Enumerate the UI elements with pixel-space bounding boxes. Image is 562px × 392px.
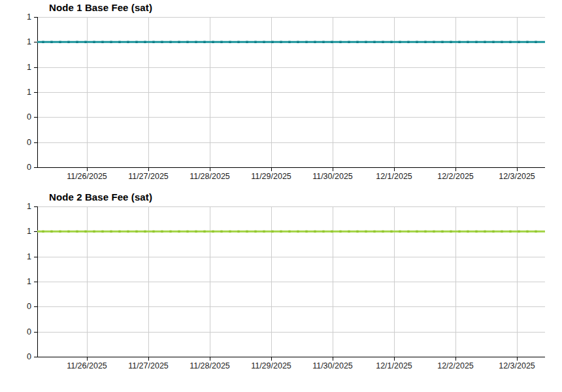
series-marker [458, 41, 460, 43]
series-marker [195, 231, 197, 233]
series-marker [229, 41, 231, 43]
series-marker [416, 41, 418, 43]
series-marker [212, 41, 214, 43]
series-marker [339, 41, 341, 43]
series-marker [161, 41, 163, 43]
series-marker [390, 231, 392, 233]
series-marker [169, 41, 171, 43]
series-marker [305, 231, 307, 233]
series-marker [178, 231, 180, 233]
series-marker [373, 231, 375, 233]
series-marker [254, 41, 256, 43]
series-marker [50, 231, 52, 233]
series-marker [288, 231, 290, 233]
series-marker [314, 231, 316, 233]
series-marker [152, 231, 154, 233]
series-marker [101, 41, 103, 43]
series-marker [59, 231, 61, 233]
series-marker [433, 41, 435, 43]
series-marker [356, 41, 358, 43]
series-marker [424, 41, 426, 43]
series-marker [67, 41, 69, 43]
series-marker [382, 41, 384, 43]
series-marker [263, 41, 265, 43]
axes [34, 17, 545, 172]
x-tick-label: 12/3/2025 [499, 361, 535, 370]
series-marker [458, 231, 460, 233]
series-marker [186, 231, 188, 233]
x-tick-label: 11/27/2025 [128, 172, 169, 181]
series-marker [467, 41, 469, 43]
x-tick-label: 11/28/2025 [190, 361, 230, 370]
y-tick-label: 0 [27, 327, 31, 336]
series-marker [118, 231, 120, 233]
y-tick-label: 0 [27, 302, 31, 311]
series-marker [152, 41, 154, 43]
series-marker [373, 41, 375, 43]
series-marker [42, 231, 44, 233]
series-marker [526, 231, 528, 233]
x-tick-label: 11/26/2025 [67, 172, 107, 181]
y-tick-label: 1 [27, 277, 31, 286]
series-marker [407, 41, 409, 43]
x-tick-label: 12/2/2025 [437, 361, 474, 370]
y-tick-label: 1 [27, 227, 31, 236]
series-marker [509, 231, 511, 233]
series-marker [203, 41, 205, 43]
gridlines [37, 206, 545, 357]
tick-labels: 111100011/26/202511/27/202511/28/202511/… [27, 202, 535, 370]
series-marker [467, 231, 469, 233]
series-marker [237, 41, 239, 43]
series-marker [322, 41, 324, 43]
x-tick-label: 11/30/2025 [312, 361, 353, 370]
series-marker [220, 41, 222, 43]
chart-node2-plot-area: 111100011/26/202511/27/202511/28/202511/… [0, 189, 562, 379]
x-tick-label: 12/1/2025 [376, 172, 412, 181]
series-marker [93, 41, 95, 43]
series-marker [356, 231, 358, 233]
chart-node2-title: Node 2 Base Fee (sat) [49, 191, 152, 203]
series-marker [186, 41, 188, 43]
y-tick-label: 1 [27, 88, 31, 97]
y-tick-label: 1 [27, 63, 31, 72]
chart-node1-base-fee: 111100011/26/202511/27/202511/28/202511/… [0, 0, 562, 189]
series-marker [535, 231, 537, 233]
series-marker [492, 231, 494, 233]
y-tick-label: 1 [27, 202, 31, 211]
series-marker [348, 41, 350, 43]
tick-labels: 111100011/26/202511/27/202511/28/202511/… [27, 12, 535, 181]
chart-node1-plot-area: 111100011/26/202511/27/202511/28/202511/… [0, 0, 562, 189]
series-marker [246, 41, 248, 43]
series-marker [271, 231, 273, 233]
series-marker [475, 41, 477, 43]
series-marker [237, 231, 239, 233]
x-tick-label: 11/29/2025 [251, 172, 291, 181]
x-tick-label: 11/27/2025 [128, 361, 169, 370]
series-marker [203, 231, 205, 233]
series-marker [399, 41, 401, 43]
series-marker [297, 231, 299, 233]
series-marker [144, 231, 146, 233]
series-marker [492, 41, 494, 43]
x-tick-label: 12/1/2025 [376, 361, 412, 370]
series-marker [84, 231, 86, 233]
series-marker [229, 231, 231, 233]
series-marker [501, 41, 503, 43]
series-marker [433, 231, 435, 233]
series-marker [280, 41, 282, 43]
series-marker [135, 41, 137, 43]
series-marker [110, 231, 112, 233]
series-marker [518, 231, 520, 233]
series-marker [254, 231, 256, 233]
series-marker [76, 231, 78, 233]
series-marker [271, 41, 273, 43]
series-marker [135, 231, 137, 233]
series-marker [365, 41, 367, 43]
x-tick-label: 11/28/2025 [190, 172, 230, 181]
y-tick-label: 0 [27, 163, 31, 172]
series-marker [348, 231, 350, 233]
chart-node1-title: Node 1 Base Fee (sat) [49, 2, 152, 13]
series-marker [118, 41, 120, 43]
series-marker [509, 41, 511, 43]
charts-page: 111100011/26/202511/27/202511/28/202511/… [0, 0, 562, 392]
